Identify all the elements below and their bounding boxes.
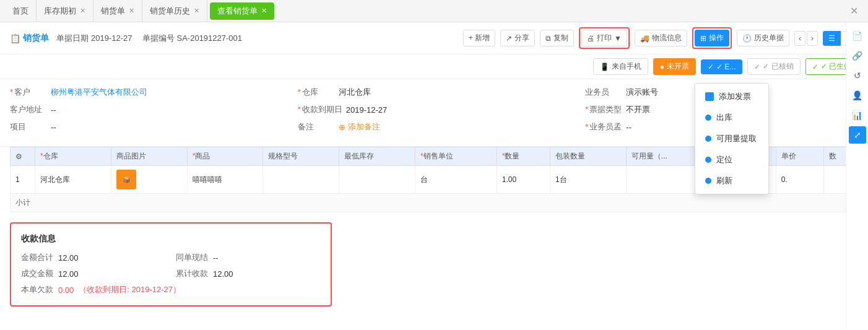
- main-area: 📋 销货单 单据日期 2019-12-27 单据编号 SA-20191227-0…: [0, 22, 868, 330]
- print-dropdown-arrow: ▼: [614, 34, 622, 43]
- payment-box: 收款信息 金额合计 12.00 同单现结 -- 成交金额 12.00 累计收款 …: [10, 222, 332, 306]
- cumulative-collection-row: 累计收款 12.00: [176, 268, 321, 279]
- col-settings[interactable]: ⚙: [11, 147, 35, 166]
- row-warehouse: 河北仓库: [35, 166, 111, 194]
- sidebar-doc-icon-btn[interactable]: 📄: [849, 27, 866, 45]
- locate-icon: [705, 157, 711, 163]
- doc-header: 📋 销货单 单据日期 2019-12-27 单据编号 SA-20191227-0…: [0, 22, 868, 54]
- operate-highlight-box: ⊞ 操作: [692, 27, 732, 49]
- next-doc-button[interactable]: ›: [807, 31, 818, 46]
- due-date-note: （收款到期日: 2019-12-27）: [79, 284, 181, 295]
- row-unit: 台: [415, 166, 497, 194]
- tab-view-sales-close[interactable]: ✕: [261, 7, 267, 15]
- project-value: --: [51, 123, 56, 132]
- due-date-value: 2019-12-27: [346, 105, 388, 115]
- tab-sales-history-close[interactable]: ✕: [194, 7, 199, 15]
- current-due-value: 0.00: [58, 285, 74, 295]
- row-min-stock: [339, 166, 415, 194]
- copy-button[interactable]: ⧉ 复制: [540, 30, 574, 46]
- cancelled-status: ✓ ✓ 已核销: [747, 58, 800, 75]
- truck-icon: 🚚: [640, 34, 649, 43]
- row-img: 📦: [111, 166, 187, 194]
- phone-icon: 📱: [600, 63, 609, 71]
- doc-date-label: 单据日期: [56, 33, 89, 44]
- sidebar-chart-icon-btn[interactable]: 📊: [849, 106, 866, 124]
- col-img: 商品图片: [111, 147, 187, 166]
- col-qty: *数量: [497, 147, 550, 166]
- second-toolbar: 📱 来自手机 ● 未开票 ✓ ✓ E... ✓ ✓ 已核销 ✓ ✓ 已生效: [0, 54, 868, 79]
- refresh-item[interactable]: 刷新: [695, 170, 768, 191]
- doc-type-label: 销货单: [23, 33, 49, 44]
- can-pick-item[interactable]: 可用量提取: [695, 128, 768, 149]
- tab-sales-order-close[interactable]: ✕: [129, 7, 134, 15]
- tab-bar-close-btn[interactable]: ✕: [845, 5, 863, 17]
- sidebar-expand-icon-btn[interactable]: ⤢: [849, 126, 866, 144]
- row-product: 嘻嘻嘻嘻: [187, 166, 263, 194]
- cancelled-icon: ✓: [754, 63, 760, 71]
- new-button[interactable]: + 新增: [463, 30, 495, 46]
- col-unit: *销售单位: [415, 147, 497, 166]
- add-invoice-icon: [705, 92, 714, 101]
- warehouse-field: *仓库 河北仓库: [298, 87, 571, 98]
- doc-date-field: 单据日期 2019-12-27: [56, 33, 132, 44]
- sidebar-link-icon-btn[interactable]: 🔗: [849, 47, 866, 64]
- tab-sales-history[interactable]: 销货单历史 ✕: [142, 0, 207, 22]
- payment-title: 收款信息: [21, 233, 321, 245]
- tab-bar: 首页 库存期初 ✕ 销货单 ✕ 销货单历史 ✕ 查看销货单 ✕ ✕: [0, 0, 868, 22]
- same-order-settle-row: 同单现结 --: [176, 252, 321, 263]
- sidebar-person-icon-btn[interactable]: 👤: [849, 87, 866, 104]
- col-min-stock: 最低库存: [339, 147, 415, 166]
- warehouse-value: 河北仓库: [339, 87, 371, 98]
- logistics-button[interactable]: 🚚 物流信息: [635, 30, 687, 46]
- nav-arrows: ‹ ›: [794, 31, 818, 46]
- not-open-button[interactable]: ● 未开票: [653, 58, 696, 75]
- add-note-btn[interactable]: ⊕ 添加备注: [339, 121, 380, 132]
- add-invoice-item[interactable]: 添加发票: [695, 86, 768, 107]
- payment-grid: 金额合计 12.00 同单现结 -- 成交金额 12.00 累计收款 12.00…: [21, 252, 321, 295]
- sidebar-refresh-icon-btn[interactable]: ↺: [849, 67, 866, 84]
- doc-date-value: 2019-12-27: [91, 33, 132, 43]
- same-order-settle-value: --: [213, 253, 219, 263]
- print-highlight-box: 🖨 打印 ▼: [579, 27, 630, 49]
- outbound-item[interactable]: 出库: [695, 107, 768, 128]
- customer-addr-field: 客户地址 --: [10, 104, 283, 115]
- transaction-amount-row: 成交金额 12.00: [21, 268, 166, 279]
- locate-item[interactable]: 定位: [695, 149, 768, 170]
- tab-inventory-init[interactable]: 库存期初 ✕: [37, 0, 93, 22]
- cumulative-collection-label: 累计收款: [176, 268, 208, 279]
- confirm-icon: ✓: [708, 63, 714, 71]
- same-order-settle-label: 同单现结: [176, 252, 208, 263]
- total-amount-value: 12.00: [58, 253, 79, 263]
- row-qty: 1.00: [497, 166, 550, 194]
- doc-icon: 📋 销货单: [10, 33, 49, 44]
- can-pick-icon: [705, 136, 711, 142]
- tab-view-sales[interactable]: 查看销货单 ✕: [210, 2, 274, 20]
- tab-inventory-init-close[interactable]: ✕: [80, 7, 85, 15]
- total-amount-label: 金额合计: [21, 252, 53, 263]
- operate-icon: ⊞: [700, 34, 706, 43]
- right-sidebar: 📄 🔗 ↺ 👤 📊 ⤢: [846, 22, 868, 330]
- col-unit-price: 单价: [776, 147, 823, 166]
- product-image: 📦: [116, 170, 136, 189]
- tab-home[interactable]: 首页: [5, 0, 37, 22]
- prev-doc-button[interactable]: ‹: [794, 31, 805, 46]
- history-button[interactable]: 🕐 历史单据: [737, 30, 789, 46]
- row-no: 1: [11, 166, 35, 194]
- view-list-button[interactable]: ☰: [823, 31, 841, 46]
- operate-button[interactable]: ⊞ 操作: [695, 30, 729, 46]
- col-pack-qty: 包装数量: [550, 147, 627, 166]
- customer-value[interactable]: 柳州粤港平安气体有限公司: [51, 87, 147, 98]
- salesperson-value: 演示账号: [626, 87, 658, 98]
- from-phone-button[interactable]: 📱 来自手机: [593, 58, 648, 75]
- row-pack-qty: 1台: [550, 166, 627, 194]
- current-due-label: 本单欠款: [21, 284, 53, 295]
- col-warehouse: *仓库: [35, 147, 111, 166]
- cumulative-collection-value: 12.00: [213, 269, 233, 279]
- tab-sales-order[interactable]: 销货单 ✕: [93, 0, 142, 22]
- history-icon: 🕐: [742, 34, 752, 43]
- doc-title-area: 📋 销货单 单据日期 2019-12-27 单据编号 SA-20191227-0…: [10, 33, 463, 44]
- outbound-icon: [705, 115, 711, 121]
- confirm-button[interactable]: ✓ ✓ E...: [701, 59, 742, 74]
- print-button[interactable]: 🖨 打印 ▼: [581, 30, 627, 46]
- share-button[interactable]: ↗ 分享: [500, 30, 535, 46]
